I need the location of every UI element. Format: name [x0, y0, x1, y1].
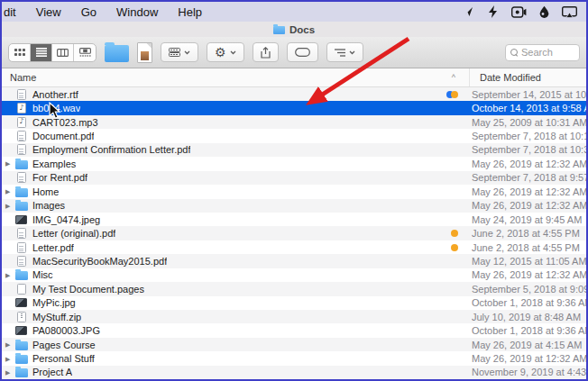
- location-arrow-icon[interactable]: [462, 5, 474, 18]
- folder-icon: [273, 26, 285, 34]
- menu-item-help[interactable]: Help: [168, 5, 212, 19]
- column-header-name[interactable]: Name ^: [2, 68, 470, 86]
- date-modified-value: May 24, 2019 at 9:45 AM: [472, 214, 586, 225]
- file-row[interactable]: ▶Pages CourseMay 26, 2019 at 4:15 AM: [2, 338, 586, 351]
- date-modified-value: June 2, 2018 at 4:55 PM: [472, 242, 586, 253]
- file-name: Examples: [32, 159, 76, 169]
- disclosure-triangle[interactable]: ▶: [2, 341, 14, 348]
- action-gear-button[interactable]: ⚙: [207, 42, 244, 62]
- gear-icon: ⚙: [215, 46, 226, 59]
- audio-file-icon: [14, 102, 28, 114]
- file-name: For Rent.pdf: [32, 172, 87, 183]
- orange-tag-dot: [451, 244, 458, 251]
- spark-icon[interactable]: [487, 5, 499, 18]
- date-modified-value: July 10, 2019 at 8:48 AM: [472, 312, 586, 322]
- disclosure-triangle[interactable]: ▶: [2, 272, 14, 278]
- date-modified-value: September 7, 2018 at 10:38 AM: [472, 144, 586, 155]
- document-icon: [14, 241, 28, 254]
- search-input[interactable]: [521, 47, 574, 58]
- file-row[interactable]: My Test Document.pagesSeptember 5, 2018 …: [2, 282, 586, 295]
- screen-record-icon[interactable]: [511, 6, 527, 18]
- file-row[interactable]: PA080003.JPGOctober 1, 2018 at 9:36 AM: [2, 323, 586, 337]
- file-row[interactable]: ▶MiscMay 26, 2019 at 12:32 AM: [2, 268, 586, 282]
- file-name: My Test Document.pages: [32, 284, 144, 295]
- folder-icon: [14, 199, 28, 212]
- menu-item-window[interactable]: Window: [106, 5, 168, 19]
- share-button[interactable]: [253, 42, 279, 62]
- disclosure-triangle[interactable]: ▶: [2, 356, 14, 362]
- drop-icon[interactable]: [539, 5, 549, 18]
- finder-screenshot: { "menu_bar": { "items": ["dit", "View",…: [0, 0, 588, 381]
- date-modified-value: September 5, 2018 at 9:09 AM: [472, 284, 586, 295]
- file-row[interactable]: CART023.mp3May 25, 2009 at 10:31 AM: [2, 115, 586, 129]
- folder-icon: [14, 158, 28, 170]
- date-modified-value: September 14, 2015 at 10:23 AM: [472, 89, 586, 100]
- menu-bar-status-icons: [462, 5, 577, 18]
- disclosure-triangle[interactable]: ▶: [2, 203, 14, 209]
- disclosure-triangle[interactable]: ▶: [2, 369, 14, 376]
- file-row[interactable]: MyPic.jpgOctober 1, 2018 at 9:36 AM: [2, 296, 586, 310]
- menu-item-view[interactable]: View: [26, 5, 71, 19]
- file-name: Images: [32, 200, 65, 211]
- file-name: PA080003.JPG: [32, 325, 100, 336]
- file-row[interactable]: For Rent.pdfSeptember 7, 2018 at 9:57 AM: [2, 171, 586, 185]
- file-name: Personal Stuff: [32, 353, 95, 364]
- folder-icon: [14, 186, 28, 198]
- document-icon: [14, 227, 28, 240]
- group-by-button[interactable]: [161, 42, 198, 62]
- menu-item-go[interactable]: Go: [71, 5, 106, 19]
- date-modified-value: October 1, 2018 at 9:36 AM: [472, 325, 586, 336]
- disclosure-triangle[interactable]: ▶: [2, 160, 14, 167]
- tag-dots: [435, 244, 458, 251]
- file-row[interactable]: bb094.wavOctober 14, 2013 at 9:58 AM: [2, 101, 586, 114]
- file-row[interactable]: Document.pdfSeptember 7, 2018 at 10:14 A…: [2, 129, 586, 142]
- toolbar-folder-icon[interactable]: [105, 45, 129, 62]
- airplay-display-icon[interactable]: [562, 6, 577, 18]
- file-row[interactable]: ▶Personal StuffMay 26, 2019 at 12:32 AM: [2, 351, 586, 365]
- date-modified-value: May 12, 2015 at 11:05 AM: [472, 256, 586, 267]
- date-modified-value: May 26, 2019 at 12:32 AM: [472, 200, 586, 211]
- column-view-button[interactable]: [52, 44, 74, 61]
- tags-button[interactable]: [287, 42, 318, 62]
- icon-view-button[interactable]: [9, 44, 31, 61]
- file-row[interactable]: ▶HomeMay 26, 2019 at 12:32 AM: [2, 185, 586, 198]
- file-list: Another.rtfSeptember 14, 2015 at 10:23 A…: [2, 87, 586, 379]
- file-row[interactable]: MacSecurityBookMay2015.pdfMay 12, 2015 a…: [2, 254, 586, 268]
- file-row[interactable]: Letter (original).pdfJune 2, 2018 at 4:5…: [2, 226, 586, 240]
- image-file-icon: [14, 324, 28, 337]
- file-name: IMG_0474.jpeg: [32, 214, 100, 225]
- file-name: Pages Course: [32, 340, 96, 350]
- coverflow-view-button[interactable]: [74, 44, 96, 61]
- file-row[interactable]: Letter.pdfJune 2, 2018 at 4:55 PM: [2, 240, 586, 254]
- chevron-down-icon: [184, 50, 190, 55]
- date-modified-value: May 26, 2019 at 12:32 AM: [472, 159, 586, 169]
- file-row[interactable]: ▶ImagesMay 26, 2019 at 12:32 AM: [2, 199, 586, 213]
- toolbar-document-preview-icon[interactable]: [137, 42, 152, 63]
- disclosure-triangle[interactable]: ▶: [2, 188, 14, 195]
- file-row[interactable]: ▶Project ANovember 9, 2019 at 4:43 PM: [2, 366, 586, 379]
- file-row[interactable]: Another.rtfSeptember 14, 2015 at 10:23 A…: [2, 87, 586, 101]
- file-row[interactable]: ▶ExamplesMay 26, 2019 at 12:32 AM: [2, 157, 586, 170]
- folder-icon: [14, 339, 28, 351]
- file-name: Letter.pdf: [32, 242, 74, 253]
- finder-toolbar: ⚙: [2, 37, 586, 68]
- file-name: Home: [32, 186, 59, 197]
- date-modified-value: October 1, 2018 at 9:36 AM: [472, 297, 586, 308]
- file-row[interactable]: IMG_0474.jpegMay 24, 2019 at 9:45 AM: [2, 213, 586, 226]
- image-file-icon: [14, 296, 28, 309]
- date-modified-value: May 26, 2019 at 12:32 AM: [472, 353, 586, 364]
- menu-bar: dit View Go Window Help: [2, 2, 586, 22]
- folder-icon: [14, 366, 28, 378]
- file-row[interactable]: MyStuff.zipJuly 10, 2019 at 8:48 AM: [2, 310, 586, 323]
- date-modified-value: May 25, 2009 at 10:31 AM: [472, 117, 586, 128]
- arrange-button[interactable]: [326, 42, 363, 62]
- window-title: Docs: [289, 24, 315, 35]
- date-modified-value: May 26, 2019 at 4:15 AM: [472, 340, 586, 350]
- audio-file-icon: [14, 116, 28, 129]
- list-view-button[interactable]: [31, 44, 52, 61]
- file-name: Project A: [32, 367, 72, 377]
- menu-item-edit[interactable]: dit: [4, 5, 26, 19]
- file-row[interactable]: Employment Confirmation Letter.pdfSeptem…: [2, 143, 586, 157]
- column-header-date-modified[interactable]: Date Modified: [470, 68, 586, 86]
- date-modified-value: September 7, 2018 at 9:57 AM: [472, 172, 586, 183]
